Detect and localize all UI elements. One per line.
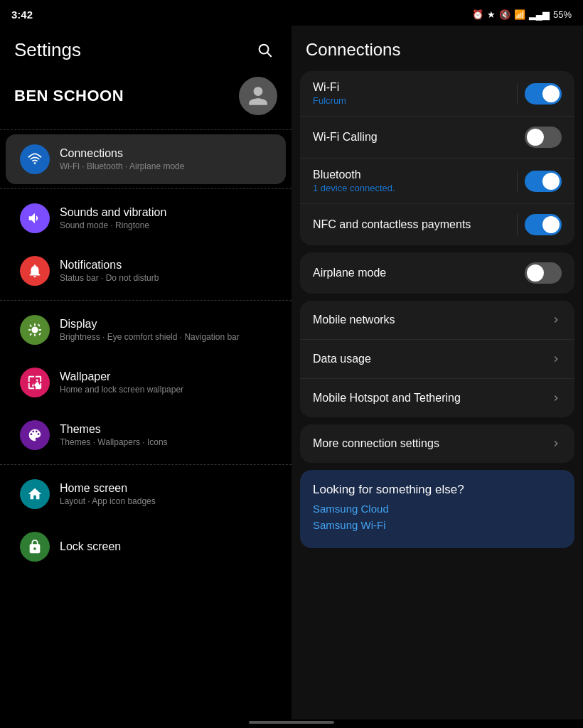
- display-icon: [27, 322, 43, 338]
- settings-header: Settings: [0, 26, 292, 68]
- connections-subtitle: Wi-Fi · Bluetooth · Airplane mode: [60, 161, 184, 171]
- sidebar-item-themes[interactable]: Themes Themes · Wallpapers · Icons: [6, 410, 286, 460]
- mobile-networks-label: Mobile networks: [313, 314, 395, 326]
- profile-name: BEN SCHOON: [14, 87, 124, 105]
- lockscreen-text: Lock screen: [60, 540, 121, 553]
- samsung-wifi-link[interactable]: Samsung Wi-Fi: [313, 519, 562, 531]
- nfc-label: NFC and contactless payments: [313, 218, 471, 231]
- data-usage-label: Data usage: [313, 353, 371, 365]
- main-layout: Settings BEN SCHOON: [0, 26, 583, 719]
- sidebar-item-wallpaper[interactable]: Wallpaper Home and lock screen wallpaper: [6, 358, 286, 407]
- sidebar-item-sounds[interactable]: Sounds and vibration Sound mode · Ringto…: [6, 193, 286, 243]
- search-button[interactable]: [252, 37, 277, 63]
- wifi-toggle[interactable]: [525, 83, 562, 105]
- more-connection-settings-label: More connection settings: [313, 437, 439, 450]
- themes-title: Themes: [60, 423, 168, 436]
- airplane-card: Airplane mode: [300, 252, 574, 294]
- wifi-calling-toggle-knob: [527, 129, 544, 146]
- notifications-title: Notifications: [60, 259, 159, 272]
- display-title: Display: [60, 318, 240, 331]
- status-time: 3:42: [11, 9, 33, 21]
- bluetooth-status-icon: ★: [487, 9, 496, 20]
- wifi-status-icon: 📶: [514, 9, 525, 20]
- sidebar-item-connections[interactable]: Connections Wi-Fi · Bluetooth · Airplane…: [6, 134, 286, 184]
- home-indicator[interactable]: [249, 721, 334, 724]
- alarm-icon: ⏰: [472, 9, 483, 20]
- themes-icon-wrap: [20, 420, 50, 450]
- connections-text: Connections Wi-Fi · Bluetooth · Airplane…: [60, 147, 184, 171]
- homescreen-subtitle: Layout · App icon badges: [60, 496, 156, 506]
- themes-subtitle: Themes · Wallpapers · Icons: [60, 437, 168, 447]
- nfc-toggle[interactable]: [525, 214, 562, 235]
- notifications-subtitle: Status bar · Do not disturb: [60, 273, 159, 283]
- profile-section: BEN SCHOON: [0, 68, 292, 127]
- lock-icon: [27, 539, 43, 555]
- left-panel: Settings BEN SCHOON: [0, 26, 292, 719]
- signal-icon: ▂▄▆: [529, 9, 550, 20]
- battery-icon: 55%: [553, 9, 572, 20]
- hotspot-row[interactable]: Mobile Hotspot and Tethering: [300, 378, 574, 417]
- homescreen-text: Home screen Layout · App icon badges: [60, 482, 156, 506]
- display-subtitle: Brightness · Eye comfort shield · Naviga…: [60, 332, 240, 342]
- connections-title: Connections: [60, 147, 184, 160]
- connections-panel-title: Connections: [300, 37, 574, 71]
- sidebar-item-homescreen[interactable]: Home screen Layout · App icon badges: [6, 469, 286, 519]
- data-usage-row[interactable]: Data usage: [300, 339, 574, 378]
- status-bar: 3:42 ⏰ ★ 🔇 📶 ▂▄▆ 55%: [0, 0, 583, 26]
- divider-top: [0, 129, 292, 130]
- avatar-icon: [247, 85, 269, 107]
- sidebar-item-display[interactable]: Display Brightness · Eye comfort shield …: [6, 305, 286, 355]
- bluetooth-sublabel: 1 device connected.: [313, 183, 395, 193]
- sidebar-item-lockscreen[interactable]: Lock screen: [6, 522, 286, 572]
- hotspot-label: Mobile Hotspot and Tethering: [313, 392, 461, 405]
- wifi-row[interactable]: Wi-Fi Fulcrum: [300, 71, 574, 116]
- simple-card-main: Mobile networks Data usage Mobile Hotspo…: [300, 301, 574, 417]
- sidebar-item-notifications[interactable]: Notifications Status bar · Do not distur…: [6, 246, 286, 296]
- mute-icon: 🔇: [499, 9, 510, 20]
- search-icon: [257, 42, 272, 58]
- airplane-toggle[interactable]: [525, 262, 562, 284]
- notifications-text: Notifications Status bar · Do not distur…: [60, 259, 159, 283]
- themes-text: Themes Themes · Wallpapers · Icons: [60, 423, 168, 447]
- notifications-icon-wrap: [20, 256, 50, 286]
- display-icon-wrap: [20, 315, 50, 345]
- divider-3: [0, 464, 292, 465]
- homescreen-icon-wrap: [20, 479, 50, 509]
- conn-card-main: Wi-Fi Fulcrum Wi-Fi Calling: [300, 71, 574, 245]
- chevron-right-icon-4: [550, 438, 562, 449]
- more-connection-settings-row[interactable]: More connection settings: [300, 424, 574, 463]
- wallpaper-title: Wallpaper: [60, 370, 183, 383]
- chevron-right-icon-2: [550, 353, 562, 365]
- wifi-calling-row[interactable]: Wi-Fi Calling: [300, 116, 574, 158]
- wifi-sublabel: Fulcrum: [313, 95, 346, 106]
- wifi-icon: [27, 151, 43, 167]
- wifi-calling-toggle[interactable]: [525, 127, 562, 148]
- connections-icon: [20, 144, 50, 174]
- samsung-cloud-link[interactable]: Samsung Cloud: [313, 503, 562, 515]
- sounds-title: Sounds and vibration: [60, 206, 166, 219]
- sounds-subtitle: Sound mode · Ringtone: [60, 220, 166, 230]
- bluetooth-toggle[interactable]: [525, 171, 562, 192]
- avatar[interactable]: [239, 77, 277, 115]
- airplane-row[interactable]: Airplane mode: [300, 252, 574, 294]
- mobile-networks-row[interactable]: Mobile networks: [300, 301, 574, 339]
- chevron-right-icon-3: [550, 392, 562, 404]
- wifi-calling-label: Wi-Fi Calling: [313, 131, 378, 144]
- sounds-text: Sounds and vibration Sound mode · Ringto…: [60, 206, 166, 230]
- bluetooth-toggle-knob: [542, 173, 560, 190]
- lockscreen-icon-wrap: [20, 532, 50, 562]
- more-settings-card: More connection settings: [300, 424, 574, 463]
- bluetooth-row[interactable]: Bluetooth 1 device connected.: [300, 158, 574, 203]
- themes-icon: [27, 427, 43, 443]
- airplane-toggle-knob: [527, 264, 544, 282]
- lockscreen-title: Lock screen: [60, 540, 121, 553]
- bluetooth-divider: [517, 171, 518, 192]
- home-icon: [27, 486, 43, 502]
- nfc-divider: [517, 214, 518, 235]
- sounds-icon-wrap: [20, 203, 50, 233]
- nfc-row[interactable]: NFC and contactless payments: [300, 203, 574, 245]
- display-text: Display Brightness · Eye comfort shield …: [60, 318, 240, 342]
- divider-1: [0, 188, 292, 189]
- bell-icon: [27, 263, 43, 279]
- wallpaper-icon-wrap: [20, 368, 50, 397]
